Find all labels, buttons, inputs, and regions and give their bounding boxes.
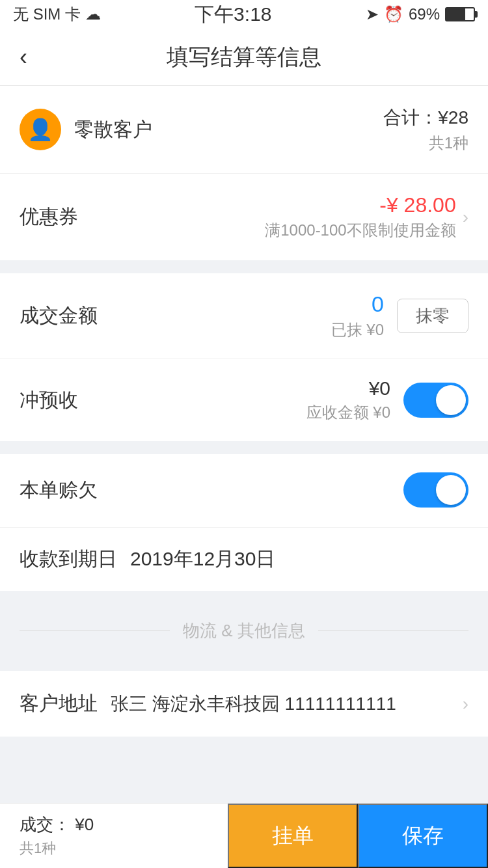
transaction-amount[interactable]: 0 [331,292,384,317]
coupon-desc: 满1000-100不限制使用金额 [265,220,455,241]
due-date-value: 2019年12月30日 [130,546,275,573]
toggle-knob [436,385,466,415]
debit-card: 本单赊欠 收款到期日 2019年12月30日 [0,454,488,591]
avatar-icon: 👤 [27,117,53,142]
address-chevron-icon: › [463,694,468,714]
pre-collect-toggle[interactable] [403,383,468,418]
battery-percent: 69% [409,5,440,23]
coupon-right: -¥ 28.00 满1000-100不限制使用金额 [265,193,455,241]
debit-row: 本单赊欠 [0,454,488,526]
location-icon: ➤ [366,5,379,23]
sim-text: 无 SIM 卡 ☁ [13,4,101,25]
customer-right: 合计：¥28 共1种 [383,105,468,154]
pre-collect-right-col: ¥0 应收金额 ¥0 [306,377,390,423]
customer-name: 零散客户 [74,116,152,143]
avatar: 👤 [20,109,61,150]
pre-collect-label: 冲预收 [20,387,78,414]
back-button[interactable]: ‹ [20,44,27,71]
transaction-label: 成交金额 [20,303,98,329]
divider-label-wrap: 物流 & 其他信息 [20,619,468,642]
status-left: 无 SIM 卡 ☁ [13,4,101,25]
due-date-row[interactable]: 收款到期日 2019年12月30日 [0,527,488,591]
section-divider: 物流 & 其他信息 [0,604,488,658]
round-zero-button[interactable]: 抹零 [397,299,468,333]
footer-transaction: 成交： ¥0 [20,813,208,836]
customer-left: 👤 零散客户 [20,109,152,150]
pre-collect-sub: 应收金额 ¥0 [306,402,390,423]
transaction-card: 成交金额 0 已抹 ¥0 抹零 冲预收 ¥0 应收金额 ¥0 [0,273,488,441]
nav-bar: ‹ 填写结算等信息 [0,29,488,86]
transaction-row: 成交金额 0 已抹 ¥0 抹零 [20,273,468,359]
total-amount: 合计：¥28 [383,105,468,130]
alarm-icon: ⏰ [384,5,403,23]
total-count: 共1种 [383,133,468,154]
status-time: 下午3:18 [195,1,271,28]
battery-icon [445,7,475,21]
status-bar: 无 SIM 卡 ☁ 下午3:18 ➤ ⏰ 69% [0,0,488,29]
divider-label: 物流 & 其他信息 [183,619,305,642]
page-title: 填写结算等信息 [167,42,321,72]
pending-button[interactable]: 挂单 [228,804,358,868]
divider-line-right [318,631,468,631]
pre-collect-amount: ¥0 [306,377,390,400]
debit-toggle[interactable] [403,472,468,508]
footer-info: 成交： ¥0 共1种 [0,804,228,868]
footer-transaction-amount: ¥0 [75,815,94,834]
coupon-label: 优惠券 [20,204,78,230]
transaction-right: 0 已抹 ¥0 抹零 [331,292,468,340]
footer-transaction-label: 成交： [20,815,70,834]
customer-row: 👤 零散客户 合计：¥28 共1种 [0,86,488,173]
address-label: 客户地址 [20,690,98,717]
main-content: 👤 零散客户 合计：¥28 共1种 优惠券 -¥ 28.00 满1000-100… [0,86,488,828]
due-date-label: 收款到期日 [20,546,117,573]
pre-collect-row: 冲预收 ¥0 应收金额 ¥0 [0,359,488,441]
transaction-right-col: 0 已抹 ¥0 [331,292,384,340]
address-value: 张三 海淀永丰科技园 11111111111 [111,692,456,716]
status-right: ➤ ⏰ 69% [366,5,475,23]
coupon-right-wrap: -¥ 28.00 满1000-100不限制使用金额 › [265,193,468,241]
customer-card: 👤 零散客户 合计：¥28 共1种 优惠券 -¥ 28.00 满1000-100… [0,86,488,260]
footer-count: 共1种 [20,839,208,858]
address-row[interactable]: 客户地址 张三 海淀永丰科技园 11111111111 › [0,671,488,737]
coupon-row[interactable]: 优惠券 -¥ 28.00 满1000-100不限制使用金额 › [0,173,488,260]
debit-toggle-knob [436,475,466,505]
divider-line-left [20,631,170,631]
transaction-sub: 已抹 ¥0 [331,319,384,340]
transaction-section: 成交金额 0 已抹 ¥0 抹零 [0,273,488,359]
coupon-chevron-icon: › [463,207,468,228]
coupon-amount: -¥ 28.00 [265,193,455,217]
footer: 成交： ¥0 共1种 挂单 保存 [0,803,488,868]
pre-collect-right: ¥0 应收金额 ¥0 [306,377,468,423]
save-button[interactable]: 保存 [358,804,488,868]
debit-label: 本单赊欠 [20,477,98,504]
